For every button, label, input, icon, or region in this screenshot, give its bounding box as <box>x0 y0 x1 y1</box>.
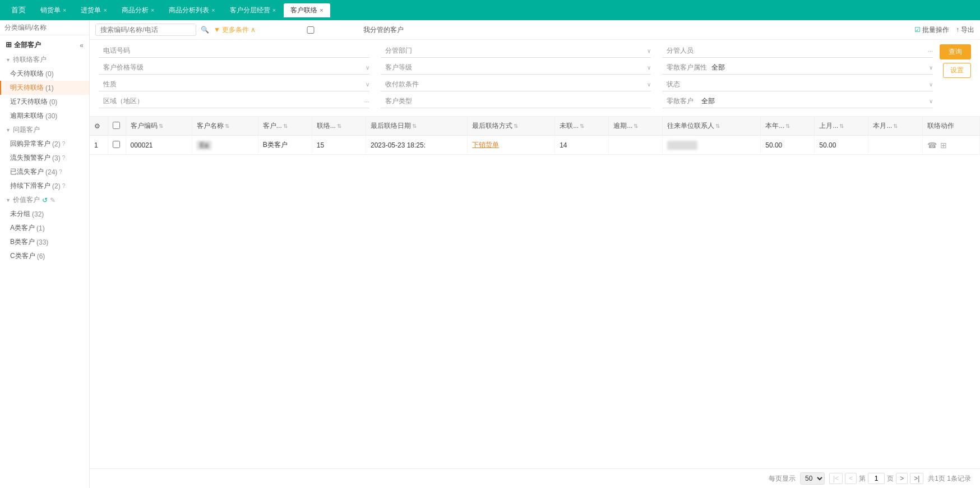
nav-customer-layering[interactable]: 客户分层经营× <box>223 3 283 17</box>
chevron-down-icon[interactable]: ∨ <box>647 65 651 71</box>
filter-price-level: 客户价格等级 ∨ <box>99 61 369 75</box>
prev-page-button[interactable]: < <box>845 473 857 484</box>
nav-home[interactable]: 首页 <box>4 3 33 17</box>
per-page-select[interactable]: 50 <box>800 472 825 485</box>
my-customers-checkbox-label[interactable]: 我分管的客户 <box>260 25 404 35</box>
sidebar-search-input[interactable] <box>4 24 89 31</box>
first-page-button[interactable]: |< <box>829 473 843 484</box>
nav-customer-contact[interactable]: 客户联络× <box>284 3 330 17</box>
sidebar-group-pending[interactable]: 待联络客户 <box>0 53 89 67</box>
col-unit-contact[interactable]: 往来单位联系人⇅ <box>663 117 761 136</box>
col-checkbox[interactable] <box>108 117 126 136</box>
sort-icon: ⇅ <box>337 123 341 129</box>
filter-more-button[interactable]: ▼ 更多条件 ∧ <box>214 25 256 35</box>
edit-icon[interactable]: ✎ <box>50 196 56 204</box>
sidebar-all-customers[interactable]: ⊞全部客户 « <box>0 38 89 53</box>
filter-customer-type: 客户类型 <box>381 95 651 108</box>
row-checkbox[interactable] <box>113 141 120 148</box>
filter-status: 状态 ∨ <box>662 78 933 91</box>
cell-checkbox[interactable] <box>108 136 126 155</box>
next-page-button[interactable]: > <box>896 473 908 484</box>
help-icon: ? <box>62 183 66 189</box>
filter-row-2: 客户价格等级 ∨ 客户等级 ∨ 零散客户属性 <box>99 61 933 75</box>
my-customers-checkbox[interactable] <box>260 26 361 34</box>
contact-icon[interactable]: ☎ <box>927 141 937 150</box>
sidebar-group-problem[interactable]: 问题客户 <box>0 123 89 137</box>
col-code[interactable]: 客户编码⇅ <box>126 117 192 136</box>
sidebar-item-today-pending[interactable]: 今天待联络(0) <box>0 67 89 81</box>
close-icon: × <box>151 7 154 13</box>
filter-retail-attr-value[interactable]: 全部 <box>711 63 929 72</box>
col-this-month[interactable]: 本月...⇅ <box>868 117 922 136</box>
sidebar-item-7days-pending[interactable]: 近7天待联络(0) <box>0 95 89 109</box>
export-button[interactable]: ↑ 导出 <box>956 25 974 35</box>
refresh-icon[interactable]: ↺ <box>42 196 48 204</box>
col-this-year[interactable]: 本年...⇅ <box>761 117 815 136</box>
cell-overdue <box>609 136 663 155</box>
filter-retail-attr: 零散客户属性 全部 ∨ <box>662 61 933 75</box>
col-last-month[interactable]: 上月...⇅ <box>815 117 868 136</box>
filter-manager: 分管人员 ··· <box>662 44 933 58</box>
chevron-down-icon[interactable]: ∨ <box>929 98 933 104</box>
filter-retail-attr-label: 零散客户属性 <box>662 63 711 72</box>
chevron-down-icon[interactable]: ∨ <box>929 65 933 71</box>
customer-table: ⚙ 客户编码⇅ 客户名称⇅ 客户...⇅ 联络...⇅ 最后联络日期⇅ 最后联络… <box>90 117 980 155</box>
select-all-checkbox[interactable] <box>113 122 120 129</box>
filter-department: 分管部门 ∨ <box>381 44 651 58</box>
sort-icon: ⇅ <box>715 123 720 129</box>
col-last-contact-date[interactable]: 最后联络日期⇅ <box>366 117 467 136</box>
sort-icon: ⇅ <box>514 123 518 129</box>
close-icon: × <box>320 7 323 13</box>
nav-sales-order[interactable]: 销货单× <box>34 3 73 17</box>
sidebar-item-a-class[interactable]: A类客户(1) <box>0 221 89 235</box>
more-icon[interactable]: ··· <box>364 98 369 105</box>
sidebar-item-c-class[interactable]: C类客户(6) <box>0 249 89 263</box>
cell-name[interactable]: Ea <box>192 136 258 155</box>
col-name[interactable]: 客户名称⇅ <box>192 117 258 136</box>
batch-operation-button[interactable]: ☑ 批量操作 <box>914 25 949 35</box>
sidebar-item-ungrouped[interactable]: 未分组(32) <box>0 207 89 221</box>
settings-button[interactable]: 设置 <box>943 63 971 78</box>
page-number-input[interactable] <box>868 473 885 484</box>
col-action: 联络动作 <box>922 117 979 136</box>
query-button[interactable]: 查询 <box>940 44 971 59</box>
cell-last-contact-method[interactable]: 下销货单 <box>468 136 555 155</box>
col-contact[interactable]: 联络...⇅ <box>312 117 366 136</box>
filter-grade-label: 客户等级 <box>381 63 420 72</box>
filter-retail-value[interactable]: 全部 <box>701 96 929 106</box>
last-page-button[interactable]: >| <box>910 473 923 484</box>
filter-payment-label: 收付款条件 <box>381 80 423 89</box>
nav-purchase-order[interactable]: 进货单× <box>74 3 113 17</box>
chevron-down-icon[interactable]: ∨ <box>929 81 933 88</box>
col-last-contact-method[interactable]: 最后联络方式⇅ <box>468 117 555 136</box>
search-input[interactable] <box>95 24 196 36</box>
sidebar-item-declining[interactable]: 持续下滑客户(2) ? <box>0 179 89 193</box>
chevron-down-icon[interactable]: ∨ <box>647 81 651 88</box>
sidebar-item-b-class[interactable]: B类客户(33) <box>0 235 89 249</box>
nav-product-analysis[interactable]: 商品分析× <box>115 3 161 17</box>
col-settings[interactable]: ⚙ <box>90 117 108 136</box>
collapse-icon[interactable]: « <box>80 42 84 49</box>
nav-product-analysis-list[interactable]: 商品分析列表× <box>162 3 221 17</box>
sidebar-item-churned[interactable]: 已流失客户(24) ? <box>0 165 89 179</box>
sidebar-group-value[interactable]: 价值客户 ↺ ✎ <box>0 193 89 207</box>
more-icon[interactable]: ··· <box>928 48 933 54</box>
sidebar-item-abnormal-repurchase[interactable]: 回购异常客户(2) ? <box>0 137 89 151</box>
help-icon: ? <box>62 155 66 161</box>
sidebar-item-tomorrow-pending[interactable]: 明天待联络(1) <box>0 81 89 95</box>
chevron-down-icon[interactable]: ∨ <box>366 81 369 88</box>
search-icon[interactable]: 🔍 <box>201 26 209 34</box>
sidebar-item-overdue-pending[interactable]: 逾期未联络(30) <box>0 109 89 123</box>
col-category[interactable]: 客户...⇅ <box>258 117 312 136</box>
chevron-down-icon[interactable]: ∨ <box>647 48 651 54</box>
more-action-icon[interactable]: ⊞ <box>940 141 947 150</box>
filter-manager-label: 分管人员 <box>662 46 701 56</box>
sort-icon: ⇅ <box>785 123 790 129</box>
sidebar-item-churn-warning[interactable]: 流失预警客户(3) ? <box>0 151 89 165</box>
per-page-label: 每页显示 <box>769 474 796 484</box>
col-overdue[interactable]: 逾期...⇅ <box>609 117 663 136</box>
cell-action[interactable]: ☎ ⊞ <box>922 136 979 155</box>
cell-uncontacted: 14 <box>555 136 609 155</box>
col-uncontacted[interactable]: 未联...⇅ <box>555 117 609 136</box>
chevron-down-icon[interactable]: ∨ <box>366 65 369 71</box>
